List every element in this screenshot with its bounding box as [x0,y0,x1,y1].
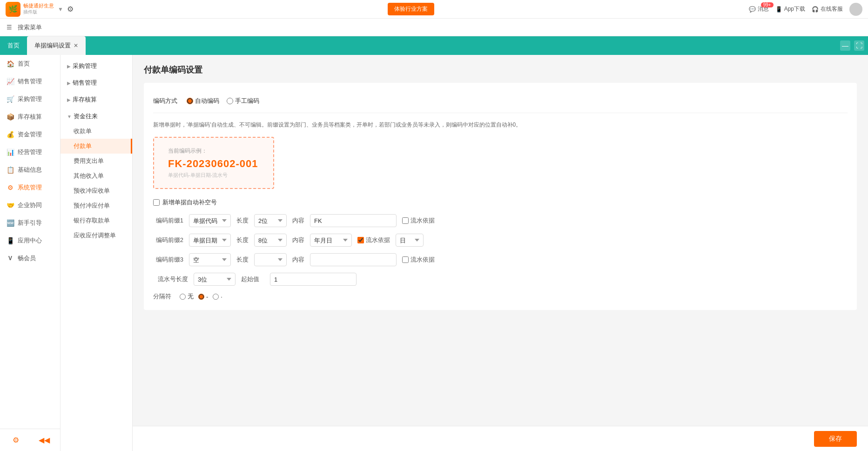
manual-encode-input[interactable] [227,98,233,104]
group-fund-label: 资金往来 [74,112,98,121]
stream2-period-select[interactable]: 日 月 年 [396,234,424,247]
user-avatar[interactable] [849,3,862,16]
auto-encode-input[interactable] [187,98,193,104]
len1-select[interactable]: 2位 4位 6位 [254,214,287,227]
page-title: 付款单编码设置 [144,64,857,75]
message-btn[interactable]: 💬 消息 99+ [749,5,769,13]
stream1-checkbox-group: 流水依据 [402,216,435,225]
operations-icon: 📊 [7,148,14,156]
sidebar-item-inventory[interactable]: 📦 库存核算 [0,108,60,126]
stream-len-select[interactable]: 3位 4位 5位 [194,273,236,286]
tab-encode-settings[interactable]: 单据编码设置 ✕ [27,36,86,55]
tab-home[interactable]: 首页 [0,36,27,55]
sidebar-item-member[interactable]: V 畅会员 [0,249,60,267]
group-inventory-header[interactable]: ▶ 库存核算 [61,92,132,107]
stream3-checkbox[interactable] [402,256,409,263]
auto-encode-label: 自动编码 [195,97,219,105]
inventory-icon: 📦 [7,113,14,121]
group-inventory-label: 库存核算 [73,95,97,104]
sidebar-label-enterprise: 企业协同 [18,201,42,209]
group-fund: ▼ 资金往来 收款单 付款单 费用支出单 其他收入单 预收冲应收单 预付冲应付单… [61,109,132,243]
content3-input[interactable] [310,253,397,266]
search-menu-icon: ☰ [7,24,12,31]
sidebar-item-system[interactable]: ⚙ 系统管理 [0,179,60,196]
sep-none-label: 无 [188,292,194,301]
info-text: 新增单据时，'单据编码'自动生成、不可编辑。前缀设置为部门、业务员等档案类，开单… [153,121,848,129]
sidebar-item-home[interactable]: 🏠 首页 [0,55,60,73]
content3-label: 内容 [292,256,304,264]
message-icon: 💬 [749,6,756,13]
start-value-input[interactable] [270,273,357,286]
stream3-label: 流水依据 [410,256,435,264]
prefix1-select[interactable]: 单据代码 部门 业务员 [189,214,231,227]
settings-icon[interactable]: ⚙ [67,5,74,13]
sec-item-receipt[interactable]: 收款单 [61,124,132,139]
sidebar-item-guide[interactable]: 🆕 新手引导 [0,214,60,232]
service-label: 在线客服 [821,5,843,13]
group-sales-header[interactable]: ▶ 销售管理 [61,75,132,90]
finance-icon: 💰 [7,131,14,138]
tab-maximize-btn[interactable]: ⛶ [854,40,864,51]
group-inventory-arrow: ▶ [67,97,71,102]
manual-encode-radio[interactable]: 手工编码 [227,97,259,105]
brand: 🌿 畅捷通好生意 插件版 [6,2,54,17]
sidebar-label-sales: 销售管理 [18,77,42,86]
content2-select[interactable]: 年月日 年月 年 [310,234,352,247]
sidebar-item-operations[interactable]: 📊 经营管理 [0,143,60,161]
bottom-bar: 保存 [133,426,868,451]
app-download-btn[interactable]: 📱 App下载 [775,5,805,13]
sidebar-item-enterprise[interactable]: 🤝 企业协同 [0,196,60,214]
auto-fill-checkbox[interactable] [153,199,160,206]
sep-none-input[interactable] [180,294,186,300]
tab-minimize-btn[interactable]: — [840,40,850,51]
sidebar-item-sales[interactable]: 📈 销售管理 [0,73,60,90]
stream3-checkbox-group: 流水依据 [402,256,435,264]
prefix3-select[interactable]: 空 单据代码 部门 [189,253,231,266]
sep-none-radio[interactable]: 无 [180,292,194,301]
message-badge: 99+ [761,2,774,7]
sec-item-adjust[interactable]: 应收应付调整单 [61,228,132,243]
app-icon: 📱 [775,6,782,13]
sep-dot2-input[interactable] [213,294,219,300]
online-service-btn[interactable]: 🎧 在线客服 [812,5,843,13]
sidebar-item-finance[interactable]: 💰 资金管理 [0,126,60,143]
sidebar-item-basic-info[interactable]: 📋 基础信息 [0,161,60,179]
sep-dot2-radio[interactable]: · [213,293,222,300]
preview-desc: 单据代码-单据日期-流水号 [168,172,259,179]
group-purchase-header[interactable]: ▶ 采购管理 [61,59,132,74]
sidebar-item-purchase[interactable]: 🛒 采购管理 [0,90,60,108]
sep-dot-input[interactable] [198,294,204,300]
sec-item-pre-receipt[interactable]: 预收冲应收单 [61,183,132,198]
form-row-3: 编码前缀3 空 单据代码 部门 长度 内容 流水依据 [153,253,848,266]
stream1-checkbox[interactable] [402,217,409,224]
stream1-label: 流水依据 [410,216,435,225]
len2-select[interactable]: 8位 6位 4位 [254,234,287,247]
sidebar-item-app-center[interactable]: 📱 应用中心 [0,232,60,249]
prefix2-select[interactable]: 单据日期 单据代码 [189,234,231,247]
group-fund-header[interactable]: ▼ 资金往来 [61,109,132,124]
app-center-icon: 📱 [7,237,14,244]
len3-select[interactable] [254,253,287,266]
preview-code: FK-20230602-001 [168,158,259,170]
sec-item-bank[interactable]: 银行存取款单 [61,213,132,228]
sep-dot-radio[interactable]: - [198,293,208,300]
group-purchase-arrow: ▶ [67,64,71,69]
sec-item-expense[interactable]: 费用支出单 [61,154,132,168]
stream2-checkbox-group: 流水依据 [357,236,390,244]
sidebar-settings-btn[interactable]: ⚙ [4,433,28,447]
content1-input[interactable] [310,214,397,227]
sec-item-pre-payment[interactable]: 预付冲应付单 [61,198,132,213]
dropdown-arrow-icon[interactable]: ▼ [58,6,63,13]
auto-fill-label: 新增单据自动补空号 [162,198,217,207]
industry-btn[interactable]: 体验行业方案 [388,3,434,15]
sidebar-label-basic: 基础信息 [18,166,42,174]
secondary-sidebar: ▶ 采购管理 ▶ 销售管理 ▶ 库存核算 ▼ 资金往来 收款单 付款单 费用支出… [61,55,133,451]
stream2-checkbox[interactable] [357,237,364,243]
tab-close-btn[interactable]: ✕ [74,42,78,49]
sidebar-collapse-btn[interactable]: ◀◀ [32,433,57,447]
sec-item-income[interactable]: 其他收入单 [61,168,132,183]
sales-icon: 📈 [7,78,14,85]
save-button[interactable]: 保存 [814,431,857,447]
auto-encode-radio[interactable]: 自动编码 [187,97,219,105]
sec-item-payment[interactable]: 付款单 [61,139,132,154]
